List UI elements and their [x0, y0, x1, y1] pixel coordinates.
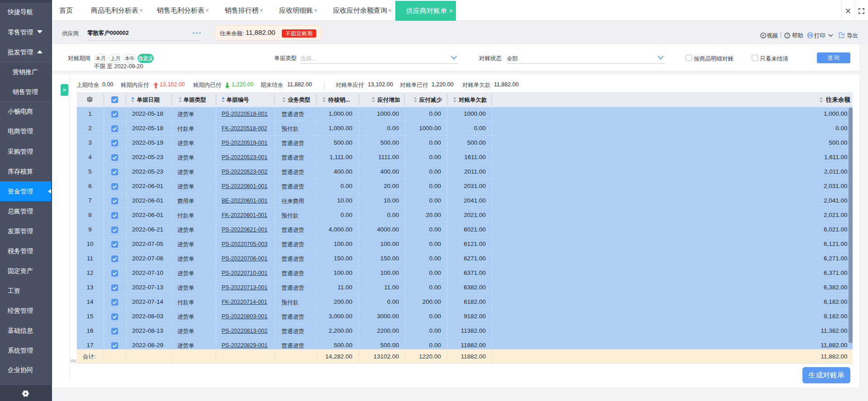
svg-text:?: ? [786, 33, 788, 38]
